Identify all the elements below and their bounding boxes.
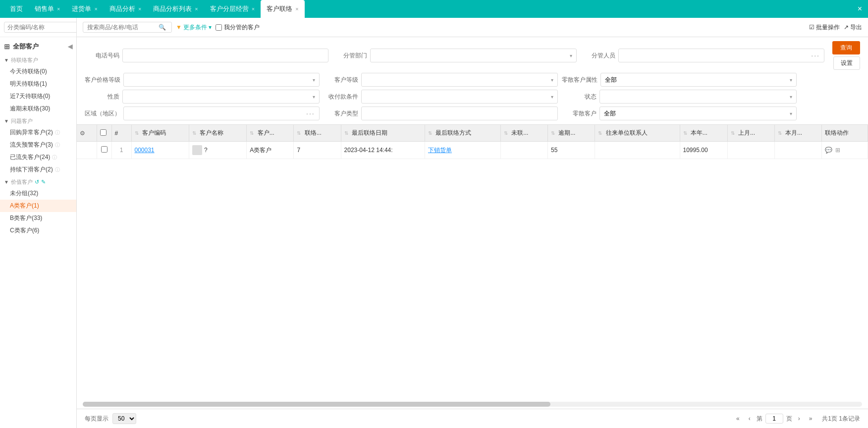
col-checkbox-header[interactable] [97,125,111,142]
filter-label-retail-attr: 零散客户属性 [562,76,597,84]
sidebar-item-today[interactable]: 今天待联络(0) [0,65,76,78]
nav-sales-order[interactable]: 销售单 × [29,0,66,18]
sidebar-group-problem-customers[interactable]: ▼ 问题客户 [0,115,76,126]
col-settings[interactable]: ⚙ [77,125,97,142]
nav-close-customer-tier[interactable]: × [252,6,255,12]
sidebar-item-tomorrow[interactable]: 明天待联络(1) [0,78,76,90]
query-button[interactable]: 查询 [832,41,860,54]
col-contact-count-header[interactable]: ⇅ 联络... [294,125,341,142]
nav-close-product-analysis[interactable]: × [138,6,141,12]
refresh-icon[interactable]: ↺ [35,179,39,185]
sidebar-item-repurchase-anomaly[interactable]: 回购异常客户(2) ⓘ [0,126,76,139]
sidebar-item-churned[interactable]: 已流失客户(24) ⓘ [0,151,76,163]
filter-input-status[interactable]: ▾ [599,90,797,104]
settings-button[interactable]: 设置 [833,56,860,70]
triangle-icon: ▼ [4,57,9,63]
nav-home[interactable]: 首页 [4,0,29,18]
filter-label-dept: 分管部门 [332,52,367,60]
sidebar-item-unclassified[interactable]: 未分组(32) [0,187,76,200]
nav-product-analysis[interactable]: 商品分析 × [104,0,147,18]
edit-icon[interactable]: ✎ [41,179,46,185]
page-last-btn[interactable]: » [806,414,815,423]
col-action-header: 联络动作 [821,125,868,142]
sidebar-item-class-b[interactable]: B类客户(33) [0,212,76,224]
nav-close-product-analysis-list[interactable]: × [195,6,198,12]
row-last-contact-method[interactable]: 下销货单 [425,142,500,159]
horizontal-scrollbar[interactable] [83,402,862,407]
row-code[interactable]: 000031 [131,142,189,159]
scrollbar-thumb[interactable] [83,402,550,407]
page-first-btn[interactable]: « [733,414,743,423]
sidebar-item-churn-warning[interactable]: 流失预警客户(3) ⓘ [0,139,76,151]
col-customer-type-header[interactable]: ⇅ 客户... [247,125,294,142]
collapse-icon[interactable]: ◀ [68,43,72,50]
page-next-btn[interactable]: › [795,414,803,423]
sidebar-item-class-c[interactable]: C类客户(6) [0,224,76,237]
nav-customer-contact[interactable]: 客户联络 × [261,0,304,18]
page-prev-btn[interactable]: ‹ [746,414,754,423]
col-contacts-header[interactable]: ⇅ 往来单位联系人 [595,125,680,142]
sidebar-group-value-customers[interactable]: ▼ 价值客户 ↺ ✎ [0,176,76,187]
export-button[interactable]: ↗ 导出 [844,23,862,32]
filter-input-payment[interactable]: ▾ [361,90,558,104]
row-name: ? [189,142,246,159]
nav-customer-tier[interactable]: 客户分层经营 × [204,0,261,18]
col-this-month-header[interactable]: ⇅ 本月... [774,125,821,142]
triangle-icon-3: ▼ [4,179,9,185]
row-actions[interactable]: 💬 ⊞ [821,142,868,159]
col-this-year-header[interactable]: ⇅ 本年... [680,125,727,142]
filter-input-person[interactable]: ··· [618,49,824,62]
sidebar-item-class-a[interactable]: A类客户(1) [0,200,76,212]
nav-close-purchase[interactable]: × [94,6,97,12]
col-last-month-header[interactable]: ⇅ 上月... [727,125,774,142]
row-checkbox[interactable] [101,146,108,153]
filter-input-retail-attr[interactable]: 全部 ▾ [600,73,797,87]
filter-input-dept[interactable]: ▾ [370,49,576,62]
content-area: 🔍 ▼ 更多条件 ▾ 我分管的客户 ☑ 批量操作 ↗ 导出 [77,18,868,428]
table-body: 1 000031 ? A类客户 [77,142,868,159]
nav-close-sales[interactable]: × [57,6,60,12]
col-last-contact-method-header[interactable]: ⇅ 最后联络方式 [425,125,500,142]
filter-search-icon[interactable]: 🔍 [159,24,166,31]
page-input[interactable] [765,414,783,424]
batch-op-button[interactable]: ☑ 批量操作 [809,23,840,32]
filter-input-customer-type[interactable] [361,107,558,120]
my-customers-checkbox[interactable] [216,24,222,31]
filter-more-conditions[interactable]: ▼ 更多条件 ▾ [176,23,212,32]
filter-search-input[interactable] [87,24,157,31]
filter-input-phone[interactable] [122,49,328,62]
total-info: 共1页 1条记录 [822,415,860,423]
sidebar-group-pending-contact[interactable]: ▼ 待联络客户 [0,54,76,65]
row-checkbox-cell[interactable] [97,142,111,159]
chevron-status-icon: ▾ [790,94,792,100]
filter-input-retail-customer[interactable]: 全部 ▾ [599,107,797,120]
page-size-select[interactable]: 50 [112,413,136,424]
filter-input-region[interactable]: ··· [123,107,320,120]
col-overdue-header[interactable]: ⇅ 逾期... [548,125,595,142]
right-actions: ☑ 批量操作 ↗ 导出 [809,23,862,32]
sidebar-search-input[interactable] [4,22,77,33]
sidebar-item-7days[interactable]: 近7天待联络(0) [0,90,76,103]
col-uncontacted-header[interactable]: ⇅ 未联... [500,125,547,142]
row-action-icon-2[interactable]: ⊞ [835,147,840,154]
filter-field-retail-customer: 零散客户 全部 ▾ [562,107,797,120]
nav-purchase-order[interactable]: 进货单 × [66,0,103,18]
filter-input-customer-level[interactable]: ▾ [361,73,558,87]
nav-close-customer-contact[interactable]: × [295,6,298,12]
filter-input-price-level[interactable]: ▾ [123,73,320,87]
close-all-tabs[interactable]: × [858,4,862,13]
col-code-header[interactable]: ⇅ 客户编码 [131,125,189,142]
col-name-header[interactable]: ⇅ 客户名称 [189,125,246,142]
filter-input-nature[interactable]: ▾ [122,90,320,104]
select-all-checkbox[interactable] [100,129,107,136]
row-action-icon-1[interactable]: 💬 [825,147,832,154]
my-customers-checkbox-container[interactable]: 我分管的客户 [216,23,260,32]
col-last-contact-date-header[interactable]: ⇅ 最后联络日期 [341,125,425,142]
adv-filter-row-1: 电话号码 分管部门 ▾ 分管人员 ··· [85,41,860,70]
sidebar-item-overdue[interactable]: 逾期未联络(30) [0,103,76,115]
chevron-nature-icon: ▾ [313,94,315,100]
sidebar-all-customers[interactable]: ⊞ 全部客户 ◀ [0,39,76,54]
sidebar-item-declining[interactable]: 持续下滑客户(2) ⓘ [0,163,76,176]
settings-col-icon[interactable]: ⚙ [80,130,85,137]
nav-product-analysis-list[interactable]: 商品分析列表 × [147,0,204,18]
